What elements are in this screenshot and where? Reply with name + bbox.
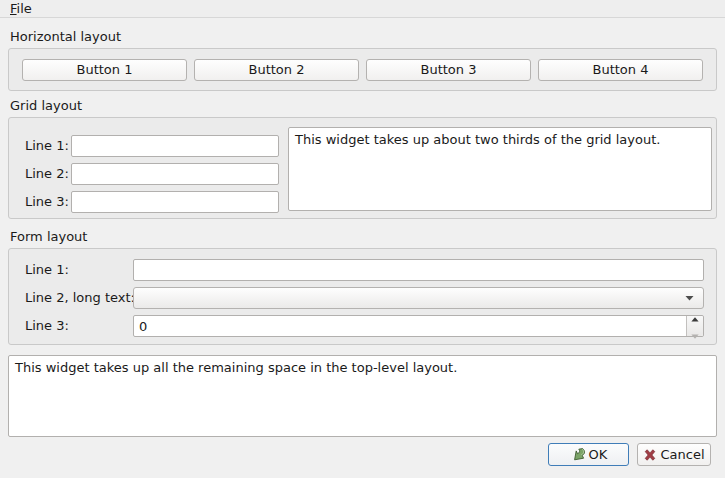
green-apply-arrow-icon xyxy=(570,447,586,463)
grid-line3-label: Line 3: xyxy=(25,191,69,213)
form-layout-group-title: Form layout xyxy=(10,229,717,246)
cancel-button[interactable]: Cancel xyxy=(637,443,711,466)
horizontal-layout-group-title: Horizontal layout xyxy=(10,29,717,46)
form-line3-label: Line 3: xyxy=(25,315,69,337)
form-layout-group-frame: Line 1: Line 2, long text: Line 3: xyxy=(8,248,717,345)
chevron-down-icon xyxy=(685,295,694,301)
ok-button-label: OK xyxy=(589,447,608,462)
button-1[interactable]: Button 1 xyxy=(22,59,187,81)
basic-layouts-window: File Horizontal layout Button 1 Button 2… xyxy=(0,0,725,478)
grid-line2-label: Line 2: xyxy=(25,163,69,185)
form-line2-label: Line 2, long text: xyxy=(25,287,135,309)
form-line1-input[interactable] xyxy=(133,259,704,281)
form-line2-combobox[interactable] xyxy=(133,287,704,309)
bottom-text-edit[interactable]: This widget takes up all the remaining s… xyxy=(8,355,717,437)
grid-line1-label: Line 1: xyxy=(25,135,69,157)
cancel-button-label: Cancel xyxy=(660,447,704,462)
horizontal-layout-group-frame: Button 1 Button 2 Button 3 Button 4 xyxy=(8,48,717,91)
arrow-down-icon[interactable] xyxy=(691,327,699,342)
form-line3-spinbox[interactable] xyxy=(133,315,704,337)
form-layout-group: Form layout Line 1: Line 2, long text: L… xyxy=(8,229,717,246)
spinbox-input[interactable] xyxy=(134,316,686,336)
grid-layout-group: Grid layout Line 1: Line 2: Line 3: This… xyxy=(8,98,717,115)
form-line1-label: Line 1: xyxy=(25,259,69,281)
horizontal-layout-group: Horizontal layout Button 1 Button 2 Butt… xyxy=(8,29,717,46)
arrow-up-icon[interactable] xyxy=(691,310,699,325)
grid-line3-input[interactable] xyxy=(71,191,279,213)
button-2[interactable]: Button 2 xyxy=(194,59,359,81)
grid-text-edit[interactable]: This widget takes up about two thirds of… xyxy=(288,127,712,211)
menu-file-label: ile xyxy=(17,1,32,16)
grid-line2-input[interactable] xyxy=(71,163,279,185)
menu-bar: File xyxy=(0,0,725,18)
red-cross-icon xyxy=(643,448,657,462)
grid-layout-group-title: Grid layout xyxy=(10,98,717,115)
button-4[interactable]: Button 4 xyxy=(538,59,703,81)
button-3[interactable]: Button 3 xyxy=(366,59,531,81)
spinbox-buttons[interactable] xyxy=(686,316,703,336)
grid-layout-group-frame: Line 1: Line 2: Line 3: This widget take… xyxy=(8,117,717,219)
menu-file[interactable]: File xyxy=(3,0,39,18)
ok-button[interactable]: OK xyxy=(548,443,629,466)
grid-line1-input[interactable] xyxy=(71,135,279,157)
